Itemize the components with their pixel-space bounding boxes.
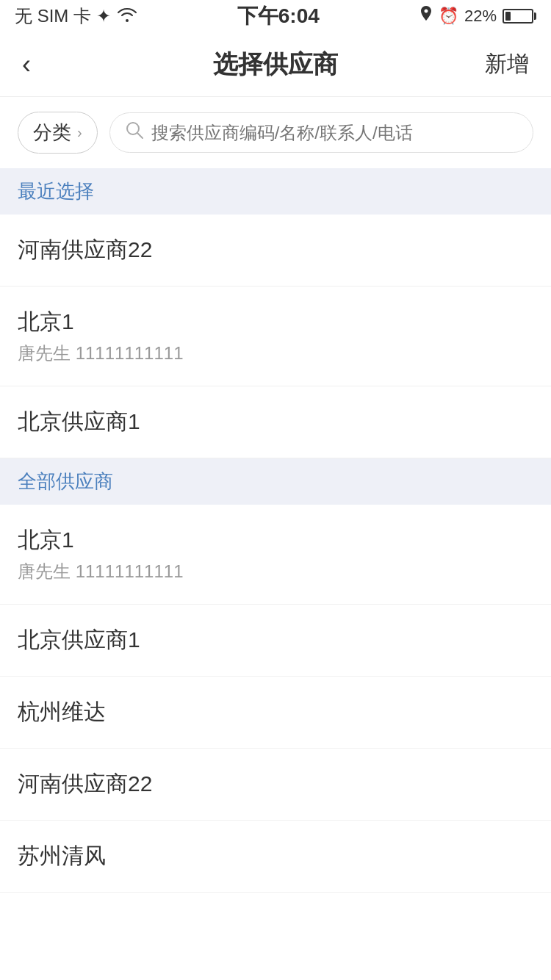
- chevron-right-icon: ›: [77, 124, 82, 141]
- item-name: 河南供应商22: [18, 235, 533, 265]
- recent-section-label: 最近选择: [18, 180, 94, 202]
- all-list-item[interactable]: 北京1唐先生 11111111111: [0, 505, 551, 605]
- alarm-icon: ⏰: [439, 7, 458, 26]
- svg-line-1: [137, 133, 143, 138]
- status-bar: 无 SIM 卡 ✦ 下午6:04 ⏰ 22%: [0, 0, 551, 32]
- recent-items-list: 河南供应商22北京1唐先生 11111111111北京供应商1: [0, 215, 551, 458]
- add-button[interactable]: 新增: [485, 49, 529, 79]
- sim-status: 无 SIM 卡 ✦: [15, 4, 111, 28]
- item-sub: 唐先生 11111111111: [18, 342, 533, 365]
- all-section-label: 全部供应商: [18, 470, 113, 492]
- item-name: 北京1: [18, 307, 533, 337]
- all-list-item[interactable]: 河南供应商22: [0, 749, 551, 821]
- status-time: 下午6:04: [237, 2, 320, 30]
- all-list-item[interactable]: 苏州清风: [0, 821, 551, 893]
- wifi-icon: [117, 6, 137, 26]
- page-title: 选择供应商: [213, 48, 338, 82]
- recent-list-item[interactable]: 北京1唐先生 11111111111: [0, 287, 551, 386]
- battery-percent: 22%: [464, 7, 497, 26]
- category-label: 分类: [33, 120, 71, 145]
- item-name: 杭州维达: [18, 697, 533, 727]
- recent-list-item[interactable]: 北京供应商1: [0, 386, 551, 458]
- search-input[interactable]: [151, 123, 518, 143]
- item-name: 北京1: [18, 525, 533, 555]
- item-name: 北京供应商1: [18, 407, 533, 437]
- location-icon: [419, 6, 433, 26]
- recent-section-header: 最近选择: [0, 168, 551, 215]
- status-left: 无 SIM 卡 ✦: [15, 4, 137, 28]
- back-button[interactable]: ‹: [22, 49, 66, 80]
- item-name: 河南供应商22: [18, 769, 533, 799]
- recent-list-item[interactable]: 河南供应商22: [0, 215, 551, 287]
- filter-bar: 分类 ›: [0, 97, 551, 168]
- item-name: 苏州清风: [18, 841, 533, 871]
- item-sub: 唐先生 11111111111: [18, 560, 533, 583]
- search-icon: [125, 120, 144, 145]
- all-items-list: 北京1唐先生 11111111111北京供应商1杭州维达河南供应商22苏州清风: [0, 505, 551, 893]
- all-section-header: 全部供应商: [0, 458, 551, 505]
- category-button[interactable]: 分类 ›: [18, 112, 98, 154]
- nav-bar: ‹ 选择供应商 新增: [0, 32, 551, 97]
- all-list-item[interactable]: 杭州维达: [0, 677, 551, 749]
- status-right: ⏰ 22%: [419, 6, 536, 26]
- item-name: 北京供应商1: [18, 625, 533, 655]
- search-box[interactable]: [109, 112, 533, 153]
- all-list-item[interactable]: 北京供应商1: [0, 605, 551, 677]
- battery-icon: [503, 9, 536, 24]
